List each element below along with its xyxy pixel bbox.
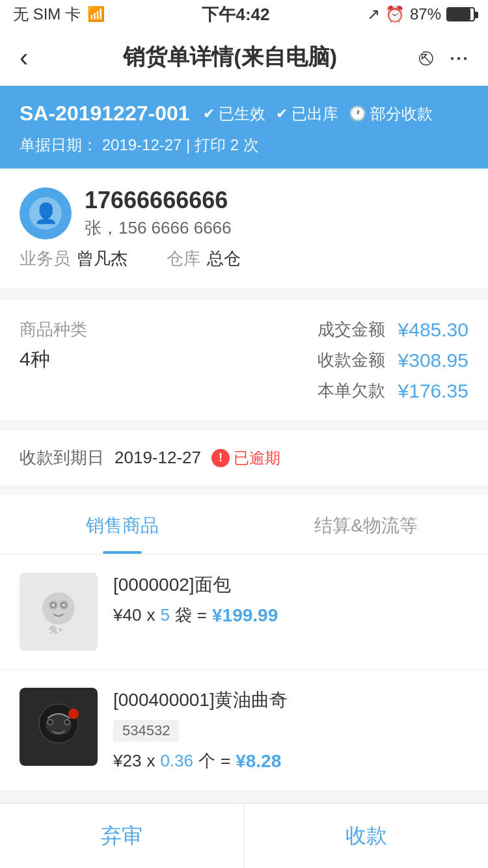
share-icon[interactable]: ⎋ xyxy=(419,44,433,71)
product-code-2: [000400001] xyxy=(113,690,215,710)
back-button[interactable]: ‹ xyxy=(20,44,28,70)
status-shipped-label: 已出库 xyxy=(291,103,338,124)
wifi-icon: 📶 xyxy=(87,6,105,23)
equals-1: = xyxy=(197,605,207,625)
due-date-section: 收款到期日 2019-12-27 ! 已逾期 xyxy=(0,420,488,485)
more-icon[interactable]: ··· xyxy=(449,44,468,71)
customer-phone: 17666666666 xyxy=(85,187,232,214)
overdue-label: 已逾期 xyxy=(234,448,280,468)
clock-icon: 🕐 xyxy=(349,105,366,122)
product-list: 兔+ [0000002]面包 ¥40 x 5 袋 = ¥199.99 xyxy=(0,554,488,791)
receipt-value: ¥308.95 xyxy=(398,349,468,372)
total-1: ¥199.99 xyxy=(212,605,278,626)
status-left: 无 SIM 卡 📶 xyxy=(13,4,105,25)
tab-settlement[interactable]: 结算&物流等 xyxy=(244,495,488,554)
summary-right: 成交金额 ¥485.30 收款金额 ¥308.95 本单欠款 ¥176.35 xyxy=(318,318,468,402)
product-title-1: 面包 xyxy=(195,575,231,595)
banner-top: SA-20191227-001 ✔ 已生效 ✔ 已出库 🕐 部分收款 xyxy=(20,102,468,126)
qty-2: 0.36 xyxy=(160,751,193,771)
price-x-2: x xyxy=(146,751,155,771)
svg-text:兔+: 兔+ xyxy=(49,624,63,634)
check-icon-1: ✔ xyxy=(203,105,215,122)
header-banner: SA-20191227-001 ✔ 已生效 ✔ 已出库 🕐 部分收款 单据日期：… xyxy=(0,86,488,169)
avatar-icon: 👤 xyxy=(29,197,62,230)
date-label: 单据日期： xyxy=(20,136,98,154)
total-2: ¥8.28 xyxy=(236,751,281,772)
transaction-value: ¥485.30 xyxy=(398,319,468,341)
check-icon-2: ✔ xyxy=(276,105,288,122)
salesperson-label: 业务员 xyxy=(20,247,70,270)
tabs-section: 销售商品 结算&物流等 xyxy=(0,485,488,554)
product-price-2: ¥23 x 0.36 个 = ¥8.28 xyxy=(113,750,468,772)
status-partial: 🕐 部分收款 xyxy=(349,103,433,124)
debt-value: ¥176.35 xyxy=(398,380,468,402)
svg-point-13 xyxy=(48,720,52,724)
overdue-dot-icon: ! xyxy=(211,449,230,467)
svg-point-5 xyxy=(52,604,55,606)
product-batch-2: 534532 xyxy=(113,720,179,742)
product-info-1: [0000002]面包 ¥40 x 5 袋 = ¥199.99 xyxy=(113,573,468,627)
transaction-row: 成交金额 ¥485.30 xyxy=(318,318,468,341)
alarm-icon: ⏰ xyxy=(385,5,405,23)
product-price-1: ¥40 x 5 袋 = ¥199.99 xyxy=(113,604,468,627)
svg-point-14 xyxy=(65,720,69,724)
print-info: | 打印 2 次 xyxy=(186,136,259,154)
status-effected: ✔ 已生效 xyxy=(203,103,265,124)
customer-name: 张，156 6666 6666 xyxy=(85,217,232,239)
confirm-button[interactable]: 收款 xyxy=(245,804,489,868)
unit-1: 袋 xyxy=(175,604,192,627)
category-label: 商品种类 xyxy=(20,318,87,341)
product-image-placeholder-1: 兔+ xyxy=(20,573,98,651)
category-value: 4种 xyxy=(20,346,87,373)
status-bar: 无 SIM 卡 📶 下午4:42 ↗ ⏰ 87% xyxy=(0,0,488,29)
location-icon: ↗ xyxy=(367,5,380,23)
carrier-text: 无 SIM 卡 xyxy=(13,4,81,25)
product-image-1: 兔+ xyxy=(20,573,98,651)
list-item: [000400001]黄油曲奇 534532 ¥23 x 0.36 个 = ¥8… xyxy=(0,670,488,791)
summary-left: 商品种类 4种 xyxy=(20,318,87,373)
receipt-row: 收款金额 ¥308.95 xyxy=(318,349,468,372)
tab-sales-products[interactable]: 销售商品 xyxy=(0,495,244,554)
customer-section: 👤 17666666666 张，156 6666 6666 业务员 曾凡杰 仓库… xyxy=(0,169,488,289)
order-date: 2019-12-27 xyxy=(102,136,182,154)
banner-date: 单据日期： 2019-12-27 | 打印 2 次 xyxy=(20,135,468,156)
status-partial-label: 部分收款 xyxy=(370,103,433,124)
page-title: 销货单详情(来自电脑) xyxy=(41,42,419,72)
svg-point-0 xyxy=(42,592,75,625)
nav-bar: ‹ 销货单详情(来自电脑) ⎋ ··· xyxy=(0,29,488,86)
product-name-2: [000400001]黄油曲奇 xyxy=(113,688,468,712)
svg-point-6 xyxy=(62,604,65,606)
qty-1: 5 xyxy=(160,605,169,625)
debt-label: 本单欠款 xyxy=(318,379,385,402)
status-tags: ✔ 已生效 ✔ 已出库 🕐 部分收款 xyxy=(203,103,433,124)
price-1: ¥40 xyxy=(113,605,141,625)
product-code-1: [0000002] xyxy=(113,575,195,595)
bottom-bar: 弃审 收款 xyxy=(0,803,488,868)
avatar: 👤 xyxy=(20,187,72,239)
warehouse-label: 仓库 xyxy=(167,247,200,270)
product-image-2 xyxy=(20,688,98,766)
price-x-1: x xyxy=(146,605,155,625)
warehouse-value: 总仓 xyxy=(207,247,241,270)
product-info-2: [000400001]黄油曲奇 534532 ¥23 x 0.36 个 = ¥8… xyxy=(113,688,468,772)
receipt-label: 收款金额 xyxy=(318,349,385,372)
salesperson-meta: 业务员 曾凡杰 xyxy=(20,247,128,270)
status-right: ↗ ⏰ 87% xyxy=(367,5,475,23)
order-number: SA-20191227-001 xyxy=(20,102,190,126)
status-effected-label: 已生效 xyxy=(219,103,265,124)
nav-actions: ⎋ ··· xyxy=(419,44,468,71)
battery-percent: 87% xyxy=(410,5,441,23)
battery-icon xyxy=(446,7,475,21)
customer-details: 17666666666 张，156 6666 6666 xyxy=(85,187,232,239)
debt-row: 本单欠款 ¥176.35 xyxy=(318,379,468,402)
status-shipped: ✔ 已出库 xyxy=(276,103,338,124)
unit-2: 个 xyxy=(198,750,215,772)
summary-section: 商品种类 4种 成交金额 ¥485.30 收款金额 ¥308.95 本单欠款 ¥… xyxy=(0,299,488,420)
product-name-1: [0000002]面包 xyxy=(113,573,468,597)
customer-meta: 业务员 曾凡杰 仓库 总仓 xyxy=(20,247,468,270)
tabs-row: 销售商品 结算&物流等 xyxy=(0,495,488,554)
equals-2: = xyxy=(221,751,230,771)
cancel-button[interactable]: 弃审 xyxy=(0,804,245,868)
overdue-badge: ! 已逾期 xyxy=(211,448,280,468)
list-item: 兔+ [0000002]面包 ¥40 x 5 袋 = ¥199.99 xyxy=(0,554,488,670)
